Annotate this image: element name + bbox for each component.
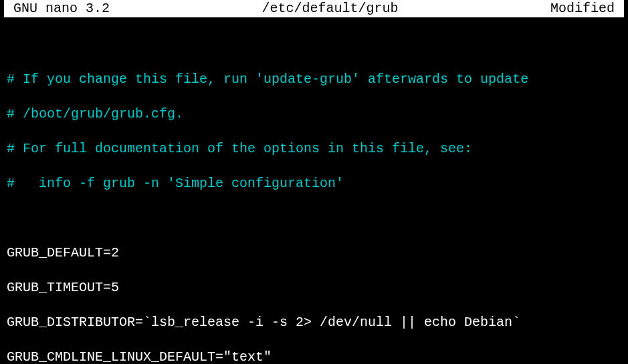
config-line: GRUB_TIMEOUT=5 bbox=[7, 279, 621, 297]
config-line: GRUB_DEFAULT=2 bbox=[7, 244, 621, 262]
file-path: /etc/default/grub bbox=[261, 0, 398, 17]
nano-terminal: GNU nano 3.2 /etc/default/grub Modified … bbox=[0, 0, 628, 364]
modified-status: Modified bbox=[550, 0, 615, 17]
config-line: GRUB_DISTRIBUTOR=`lsb_release -i -s 2> /… bbox=[7, 314, 621, 331]
comment-line: # For full documentation of the options … bbox=[7, 140, 621, 158]
app-name: GNU nano 3.2 bbox=[13, 0, 110, 17]
title-bar: GNU nano 3.2 /etc/default/grub Modified bbox=[4, 0, 624, 17]
blank-line bbox=[7, 210, 621, 227]
editor-content[interactable]: # If you change this file, run 'update-g… bbox=[4, 17, 624, 364]
config-line: GRUB_CMDLINE_LINUX_DEFAULT="text" bbox=[7, 349, 621, 364]
blank-line bbox=[7, 36, 621, 53]
comment-line: # If you change this file, run 'update-g… bbox=[7, 71, 621, 88]
comment-line: # info -f grub -n 'Simple configuration' bbox=[7, 175, 621, 192]
comment-line: # /boot/grub/grub.cfg. bbox=[7, 106, 621, 123]
